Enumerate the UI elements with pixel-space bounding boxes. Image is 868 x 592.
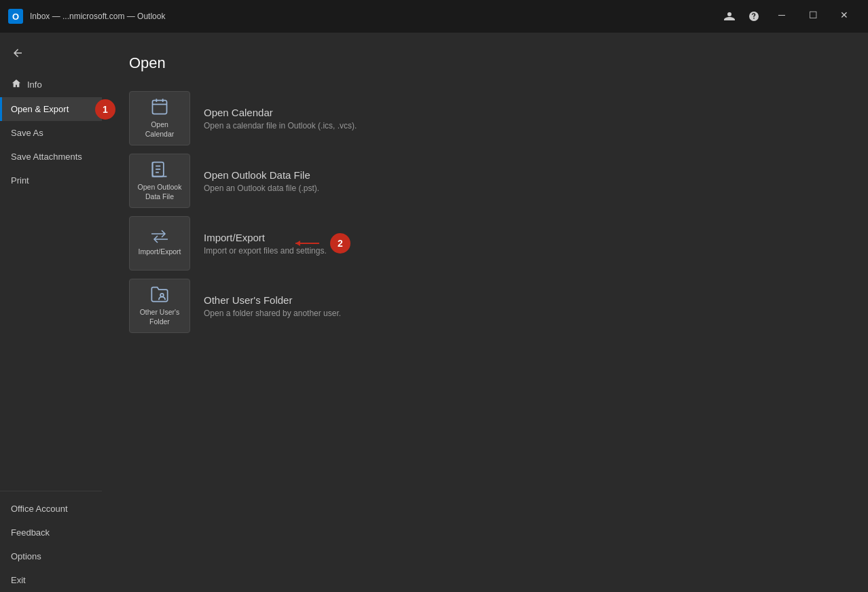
option-open-calendar[interactable]: OpenCalendar Open Calendar Open a calend… xyxy=(129,91,841,145)
open-calendar-icon-box[interactable]: OpenCalendar xyxy=(129,91,190,145)
app-body: Info Open & Export 1 Save As Save Attach… xyxy=(0,33,868,592)
sidebar-item-office-account-label: Office Account xyxy=(11,504,68,514)
sidebar-item-exit-label: Exit xyxy=(11,575,26,585)
restore-button[interactable]: ☐ xyxy=(797,4,829,26)
open-outlook-data-file-icon-box[interactable]: Open OutlookData File xyxy=(129,154,190,208)
sidebar-item-save-attachments-label: Save Attachments xyxy=(11,152,82,162)
import-export-text: Import/Export Import or export files and… xyxy=(204,232,841,256)
open-outlook-data-file-title: Open Outlook Data File xyxy=(204,169,841,181)
sidebar-item-exit[interactable]: Exit xyxy=(0,568,102,592)
import-export-desc: Import or export files and settings. xyxy=(204,246,841,256)
sidebar: Info Open & Export 1 Save As Save Attach… xyxy=(0,33,102,592)
sidebar-item-options[interactable]: Options xyxy=(0,544,102,568)
open-outlook-data-file-text: Open Outlook Data File Open an Outlook d… xyxy=(204,169,841,193)
other-users-folder-icon-box[interactable]: Other User'sFolder xyxy=(129,279,190,333)
open-outlook-data-file-desc: Open an Outlook data file (.pst). xyxy=(204,184,841,193)
close-button[interactable]: ✕ xyxy=(829,4,860,26)
other-users-folder-desc: Open a folder shared by another user. xyxy=(204,309,841,318)
open-outlook-data-file-icon-label: Open OutlookData File xyxy=(138,183,182,201)
main-content: Open OpenCalendar Open Calendar Open a c… xyxy=(102,33,868,592)
window-title: Inbox — ...nmicrosoft.com — Outlook xyxy=(30,12,710,21)
minimize-button[interactable]: ─ xyxy=(766,4,797,26)
help-icon-button[interactable] xyxy=(742,4,766,29)
import-export-icon-label: Import/Export xyxy=(138,247,181,257)
people-icon-button[interactable] xyxy=(717,4,742,29)
options-grid: OpenCalendar Open Calendar Open a calend… xyxy=(129,91,841,333)
import-export-title: Import/Export xyxy=(204,232,841,243)
svg-rect-0 xyxy=(153,101,167,114)
sidebar-item-open-export-label: Open & Export xyxy=(11,104,69,114)
open-calendar-text: Open Calendar Open a calendar file in Ou… xyxy=(204,107,841,130)
home-icon xyxy=(11,79,22,90)
sidebar-item-open-export[interactable]: Open & Export 1 xyxy=(0,97,102,121)
sidebar-item-print[interactable]: Print xyxy=(0,169,102,192)
sidebar-item-print-label: Print xyxy=(11,175,29,186)
page-title: Open xyxy=(129,54,841,72)
titlebar: O Inbox — ...nmicrosoft.com — Outlook ─ … xyxy=(0,0,868,33)
option-import-export[interactable]: Import/Export Import/Export Import or ex… xyxy=(129,216,841,271)
annotation-1: 1 xyxy=(95,99,115,120)
other-users-folder-title: Other User's Folder xyxy=(204,294,841,306)
sidebar-item-save-as-label: Save As xyxy=(11,128,43,138)
import-export-icon-box[interactable]: Import/Export xyxy=(129,216,190,271)
window-controls: ─ ☐ ✕ xyxy=(717,4,860,29)
sidebar-item-info[interactable]: Info xyxy=(0,72,102,97)
sidebar-item-save-attachments[interactable]: Save Attachments xyxy=(0,145,102,169)
sidebar-item-options-label: Options xyxy=(11,551,41,561)
other-users-folder-text: Other User's Folder Open a folder shared… xyxy=(204,294,841,318)
open-calendar-desc: Open a calendar file in Outlook (.ics, .… xyxy=(204,121,841,130)
sidebar-item-info-label: Info xyxy=(27,80,42,90)
open-calendar-icon-label: OpenCalendar xyxy=(145,120,175,139)
back-button[interactable] xyxy=(5,41,30,65)
app-logo: O xyxy=(8,9,23,24)
option-other-users-folder[interactable]: Other User'sFolder Other User's Folder O… xyxy=(129,279,841,333)
sidebar-item-feedback[interactable]: Feedback xyxy=(0,521,102,544)
sidebar-item-save-as[interactable]: Save As xyxy=(0,121,102,145)
sidebar-item-feedback-label: Feedback xyxy=(11,527,50,538)
open-calendar-title: Open Calendar xyxy=(204,107,841,118)
other-users-folder-icon-label: Other User'sFolder xyxy=(140,308,180,326)
sidebar-item-office-account[interactable]: Office Account xyxy=(0,497,102,521)
option-open-outlook-data-file[interactable]: Open OutlookData File Open Outlook Data … xyxy=(129,154,841,208)
sidebar-bottom: Office Account Feedback Options Exit xyxy=(0,491,102,592)
